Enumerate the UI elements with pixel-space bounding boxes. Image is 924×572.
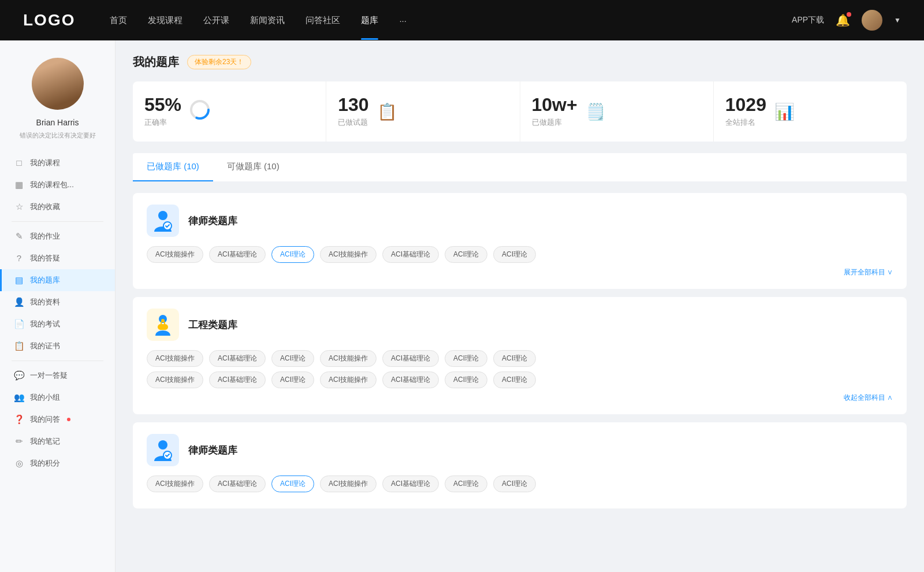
tags-row-1: ACI技能操作 ACI基础理论 ACI理论 ACI技能操作 ACI基础理论 AC… — [147, 350, 893, 367]
tabs-bar: 已做题库 (10) 可做题库 (10) — [133, 153, 907, 181]
tag[interactable]: ACI基础理论 — [382, 476, 439, 492]
tag[interactable]: ACI技能操作 — [320, 476, 377, 492]
svg-rect-5 — [158, 324, 168, 330]
sidebar-item-label: 我的课程包... — [30, 180, 74, 190]
sidebar-item-my-course[interactable]: □ 我的课程 — [0, 152, 115, 174]
tag[interactable]: ACI理论 — [493, 246, 536, 263]
tag-highlighted[interactable]: ACI理论 — [271, 476, 314, 492]
notes-icon: ✏ — [14, 436, 24, 447]
tag[interactable]: ACI理论 — [445, 350, 487, 367]
bank-icon: ▤ — [14, 275, 24, 285]
tag[interactable]: ACI基础理论 — [209, 372, 266, 388]
notification-bell[interactable]: 🔔 — [836, 13, 850, 27]
tag[interactable]: ACI理论 — [445, 476, 487, 492]
sidebar-item-points[interactable]: ◎ 我的积分 — [0, 452, 115, 474]
tag[interactable]: ACI基础理论 — [209, 350, 266, 367]
tag[interactable]: ACI技能操作 — [320, 372, 377, 388]
tag[interactable]: ACI基础理论 — [209, 476, 266, 492]
sidebar-item-notes[interactable]: ✏ 我的笔记 — [0, 430, 115, 452]
bank-title: 律师类题库 — [188, 214, 237, 228]
nav-open-course[interactable]: 公开课 — [203, 15, 229, 26]
tag[interactable]: ACI理论 — [493, 476, 536, 492]
tag[interactable]: ACI理论 — [493, 350, 536, 367]
trial-badge: 体验剩余23天！ — [187, 55, 251, 69]
sidebar-item-label: 我的积分 — [30, 458, 60, 469]
navbar: LOGO 首页 发现课程 公开课 新闻资讯 问答社区 题库 ··· APP下载 … — [0, 0, 924, 40]
sidebar-item-label: 我的问答 — [30, 414, 60, 425]
tag[interactable]: ACI技能操作 — [147, 350, 203, 367]
tag[interactable]: ACI技能操作 — [147, 476, 203, 492]
app-download-btn[interactable]: APP下载 — [792, 15, 824, 25]
tab-available-banks[interactable]: 可做题库 (10) — [213, 153, 293, 181]
sidebar-item-homework[interactable]: ✎ 我的作业 — [0, 225, 115, 247]
question-icon: ❓ — [14, 414, 24, 425]
cert-icon: 📋 — [14, 341, 24, 351]
bank-header-engineer: 工程类题库 — [147, 309, 893, 341]
nav-discover[interactable]: 发现课程 — [148, 15, 182, 26]
tag[interactable]: ACI基础理论 — [382, 350, 439, 367]
svg-point-7 — [158, 440, 167, 450]
tag[interactable]: ACI理论 — [445, 246, 487, 263]
stats-bar: 55% 正确率 130 已做试题 📋 10 — [133, 81, 907, 142]
nav-exam[interactable]: 题库 — [361, 15, 378, 26]
star-icon: ☆ — [14, 202, 24, 212]
sidebar-item-profile[interactable]: 👤 我的资料 — [0, 291, 115, 313]
bank-icon-lawyer-2 — [147, 434, 179, 466]
tag[interactable]: ACI基础理论 — [209, 246, 266, 263]
tag[interactable]: ACI技能操作 — [320, 350, 377, 367]
nav-home[interactable]: 首页 — [110, 15, 127, 26]
tab-done-banks[interactable]: 已做题库 (10) — [133, 153, 213, 181]
tag[interactable]: ACI技能操作 — [147, 372, 203, 388]
tag[interactable]: ACI技能操作 — [320, 246, 377, 263]
accuracy-icon — [189, 99, 210, 124]
sidebar-divider-2 — [12, 361, 103, 361]
sidebar-item-exam[interactable]: 📄 我的考试 — [0, 313, 115, 335]
tag[interactable]: ACI基础理论 — [382, 372, 439, 388]
sidebar-item-label: 我的课程 — [30, 158, 60, 168]
qa-icon: ? — [14, 253, 24, 263]
tag-highlighted[interactable]: ACI理论 — [271, 246, 314, 263]
nav-qa[interactable]: 问答社区 — [305, 15, 340, 26]
chevron-down-icon[interactable]: ▼ — [894, 16, 901, 24]
tag[interactable]: ACI理论 — [271, 372, 314, 388]
sidebar-item-my-qa[interactable]: ❓ 我的问答 — [0, 408, 115, 430]
tag[interactable]: ACI理论 — [271, 350, 314, 367]
tag[interactable]: ACI理论 — [493, 372, 536, 388]
expand-link[interactable]: 展开全部科目 ∨ — [147, 268, 893, 277]
sidebar-item-label: 我的小组 — [30, 392, 60, 403]
questions-icon: 📋 — [377, 102, 397, 121]
banks-icon: 🗒️ — [586, 102, 606, 121]
sidebar-item-qa[interactable]: ? 我的答疑 — [0, 247, 115, 269]
bank-header: 律师类题库 — [147, 205, 893, 237]
tag[interactable]: ACI理论 — [445, 372, 487, 388]
sidebar-item-question-bank[interactable]: ▤ 我的题库 — [0, 269, 115, 291]
sidebar-item-favorites[interactable]: ☆ 我的收藏 — [0, 196, 115, 218]
stat-value-done: 130 已做试题 — [338, 95, 368, 128]
avatar[interactable] — [862, 10, 882, 31]
sidebar-item-label: 我的笔记 — [30, 436, 60, 447]
course-icon: □ — [14, 158, 24, 168]
sidebar-divider — [12, 221, 103, 222]
sidebar-menu: □ 我的课程 ▦ 我的课程包... ☆ 我的收藏 ✎ 我的作业 ? 我的答疑 ▤ — [0, 152, 115, 474]
sidebar-item-course-package[interactable]: ▦ 我的课程包... — [0, 174, 115, 196]
logo: LOGO — [23, 11, 75, 29]
nav-news[interactable]: 新闻资讯 — [250, 15, 285, 26]
avatar-image — [862, 10, 882, 31]
svg-point-2 — [158, 211, 167, 220]
sidebar-item-certificate[interactable]: 📋 我的证书 — [0, 335, 115, 357]
collapse-link[interactable]: 收起全部科目 ∧ — [147, 393, 893, 403]
nav-more[interactable]: ··· — [399, 16, 407, 25]
tag[interactable]: ACI基础理论 — [382, 246, 439, 263]
sidebar-item-group[interactable]: 👥 我的小组 — [0, 387, 115, 408]
svg-point-6 — [161, 319, 165, 322]
sidebar-item-label: 一对一答疑 — [30, 370, 68, 381]
sidebar-item-label: 我的答疑 — [30, 253, 60, 263]
page-title: 我的题库 — [133, 54, 179, 70]
nav-links: 首页 发现课程 公开课 新闻资讯 问答社区 题库 ··· — [110, 15, 792, 26]
profile-icon: 👤 — [14, 297, 24, 307]
bank-section-lawyer-2: 律师类题库 ACI技能操作 ACI基础理论 ACI理论 ACI技能操作 ACI基… — [133, 422, 907, 508]
bank-title-engineer: 工程类题库 — [188, 318, 237, 332]
sidebar-item-1on1[interactable]: 💬 一对一答疑 — [0, 365, 115, 387]
tag[interactable]: ACI技能操作 — [147, 246, 203, 263]
tags-row-2: ACI技能操作 ACI基础理论 ACI理论 ACI技能操作 ACI基础理论 AC… — [147, 372, 893, 388]
